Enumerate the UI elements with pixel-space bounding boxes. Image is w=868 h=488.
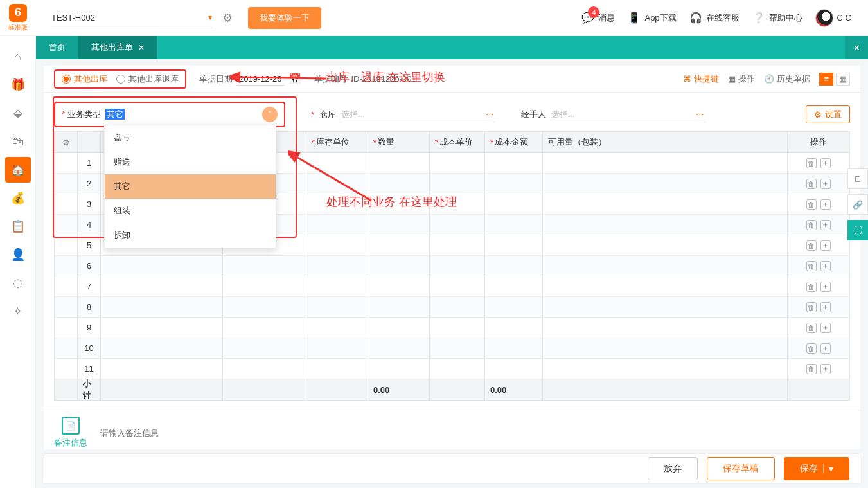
phone-icon: 📱 [628,12,641,24]
logo: 6 标准版 [0,0,36,36]
logo-subtitle: 标准版 [8,23,28,32]
cta-button[interactable]: 我要体验一下 [248,7,321,29]
help-label: 帮助中心 [769,12,802,24]
user-name: C C [837,13,851,23]
logo-icon: 6 [9,4,27,22]
app-download-button[interactable]: 📱 App下载 [628,12,676,24]
user-menu[interactable]: C C [815,9,851,27]
org-name: TEST-H002 [51,13,95,23]
app-label: App下载 [644,12,676,24]
headset-icon: 🎧 [689,12,702,24]
avatar-icon [815,9,833,27]
online-service-button[interactable]: 🎧 在线客服 [689,12,740,24]
messages-label: 消息 [598,12,615,24]
messages-button[interactable]: 💬 4 消息 [581,12,615,24]
question-icon: ❔ [752,12,765,24]
caret-down-icon: ▾ [208,13,212,22]
help-center-button[interactable]: ❔ 帮助中心 [752,12,802,24]
service-label: 在线客服 [706,12,740,24]
top-bar: 6 标准版 TEST-H002 ▾ ⚙ 我要体验一下 💬 4 消息 📱 App下… [0,0,868,36]
org-selector[interactable]: TEST-H002 ▾ [51,8,212,28]
settings-icon[interactable]: ⚙ [222,11,233,25]
